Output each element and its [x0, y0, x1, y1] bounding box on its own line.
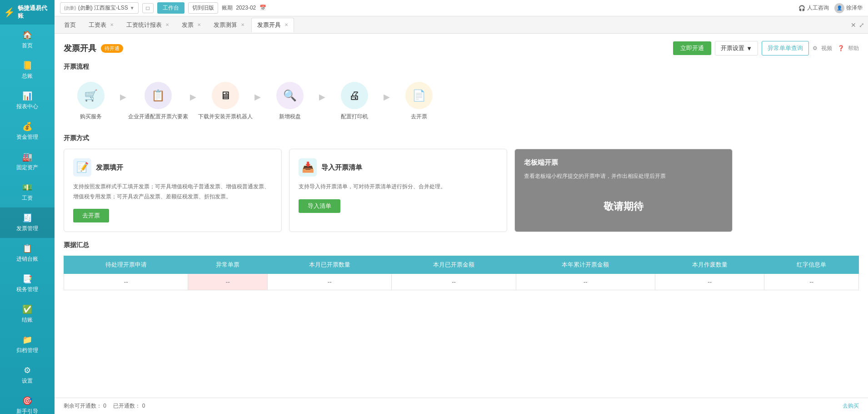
tab-close-invoice-calc[interactable]: ✕ [241, 22, 244, 27]
sidebar-item-salary[interactable]: 💵工资 [0, 177, 55, 207]
sidebar-item-general-ledger[interactable]: 📒总账 [0, 55, 55, 86]
flow-step-label-enterprise-setup: 企业开通配置开票六要素 [128, 113, 188, 121]
remaining-label: 剩余可开通数： [64, 403, 102, 409]
tab-label-salary-report: 工资统计报表 [126, 21, 162, 29]
home-icon: 🏠 [22, 30, 32, 40]
sidebar-item-capital[interactable]: 💰资金管理 [0, 116, 55, 146]
topbar-right: 🎧 人工咨询 👤 徐泽华 [798, 3, 863, 13]
sidebar-item-invoice-mgmt[interactable]: 🧾发票管理 [0, 207, 55, 238]
flow-step-enterprise-setup[interactable]: 📋 企业开通配置开票六要素 [128, 82, 188, 121]
sidebar-item-home[interactable]: 🏠首页 [0, 25, 55, 55]
flow-step-icon-issue-invoice: 📄 [405, 82, 433, 109]
sidebar-item-sales[interactable]: 📋进销台账 [0, 238, 55, 268]
newbie-icon: 🎯 [22, 396, 32, 406]
sidebar-item-tax[interactable]: 📑税务管理 [0, 268, 55, 299]
summary-col-4: 本年累计开票金额 [516, 256, 655, 274]
sidebar-label-invoice-mgmt: 发票管理 [16, 225, 38, 232]
tab-salary-report[interactable]: 工资统计报表✕ [120, 18, 175, 32]
close-tab-icon[interactable]: ✕ [851, 21, 856, 29]
flow-step-add-tax-disk[interactable]: 🔍 新增税盘 [263, 82, 317, 121]
sidebar-label-capital: 资金管理 [16, 133, 38, 141]
open-settings-button[interactable]: 开票设置 ▼ [715, 41, 758, 56]
tab-invoice[interactable]: 发票✕ [176, 18, 207, 32]
page-header: 发票开具 待开通 立即开通 开票设置 ▼ 异常单单查询 ⚙ 视频 ❓ 帮助 [64, 41, 859, 56]
sidebar-label-tax: 税务管理 [16, 286, 38, 293]
maximize-icon[interactable]: ⤢ [859, 21, 864, 29]
help-area: ⚙ 视频 ❓ 帮助 [813, 45, 859, 52]
period-value: 2023-02 [236, 5, 256, 11]
status-badge: 待开通 [101, 44, 123, 53]
flow-arrow-3: ▶ [319, 92, 325, 102]
tab-salary[interactable]: 工资表✕ [83, 18, 120, 32]
sidebar-label-newbie: 新手引导 [16, 408, 38, 414]
fixed-assets-icon: 🏭 [22, 152, 32, 162]
summary-table: 待处理开票申请异常单票本月已开票数量本月已开票金额本年累计开票金额本月作废数量红… [64, 256, 859, 290]
tab-label-salary: 工资表 [89, 21, 106, 29]
tab-label-invoice-calc: 发票测算 [214, 21, 237, 29]
tab-close-invoice[interactable]: ✕ [197, 22, 201, 27]
tabbar: 首页工资表✕工资统计报表✕发票✕发票测算✕发票开具✕ ✕ ⤢ [55, 16, 868, 34]
flow-step-download-robot[interactable]: 🖥 下载并安装开票机器人 [198, 82, 253, 121]
tab-close-salary-report[interactable]: ✕ [165, 22, 169, 27]
sidebar-item-fixed-assets[interactable]: 🏭固定资产 [0, 146, 55, 177]
sidebar-label-salary: 工资 [22, 194, 33, 202]
summary-val-4: -- [516, 274, 655, 290]
sidebar-label-fixed-assets: 固定资产 [16, 164, 38, 172]
copy-button[interactable]: □ [142, 3, 154, 13]
topbar: (勿删) (勿删) 江西服宝-LSS ▼ □ 工作台 切到旧版 账期 2023-… [55, 0, 868, 16]
old-version-button[interactable]: 切到旧版 [188, 2, 218, 14]
workstation-button[interactable]: 工作台 [157, 2, 185, 14]
sidebar-label-archive: 归档管理 [16, 347, 38, 354]
buy-link[interactable]: 去购买 [843, 402, 859, 410]
settings-icon: ⚙ [24, 365, 31, 375]
user-avatar: 👤 [834, 3, 844, 13]
tab-home[interactable]: 首页 [58, 18, 82, 32]
flow-step-icon-download-robot: 🖥 [212, 82, 239, 109]
opened-value: 0 [142, 403, 145, 409]
tab-invoice-calc[interactable]: 发票测算✕ [208, 18, 250, 32]
tab-label-home: 首页 [64, 21, 76, 29]
summary-col-5: 本月作废数量 [655, 256, 764, 274]
sidebar-label-general-ledger: 总账 [22, 72, 33, 80]
flow-step-label-config-printer: 配置打印机 [341, 113, 368, 121]
flow-arrow-4: ▶ [384, 92, 390, 102]
archive-icon: 📁 [22, 335, 32, 345]
flow-steps: 🛒 购买服务 ▶ 📋 企业开通配置开票六要素 ▶ 🖥 下载并安装开票机器人 ▶ … [64, 77, 859, 125]
content-area: 发票开具 待开通 立即开通 开票设置 ▼ 异常单单查询 ⚙ 视频 ❓ 帮助 [55, 34, 868, 398]
sidebar-item-checkout[interactable]: ✅结账 [0, 299, 55, 329]
sidebar-item-newbie[interactable]: 🎯新手引导 [0, 390, 55, 414]
tab-close-salary[interactable]: ✕ [110, 22, 114, 27]
calendar-icon[interactable]: 📅 [259, 5, 266, 11]
abnormal-query-button[interactable]: 异常单单查询 [762, 41, 809, 56]
video-icon: ⚙ [813, 45, 818, 51]
flow-step-buy-service[interactable]: 🛒 购买服务 [64, 82, 118, 121]
sidebar: ⚡ 畅捷通易代账 🏠首页📒总账📊报表中心💰资金管理🏭固定资产💵工资🧾发票管理📋进… [0, 0, 55, 414]
sidebar-item-archive[interactable]: 📁归档管理 [0, 329, 55, 360]
flow-step-label-add-tax-disk: 新增税盘 [279, 113, 301, 121]
summary-col-3: 本月已开票金额 [392, 256, 516, 274]
import-list-button[interactable]: 导入清单 [299, 199, 340, 213]
user-area[interactable]: 👤 徐泽华 [834, 3, 863, 13]
open-now-button[interactable]: 立即开通 [673, 41, 711, 55]
flow-step-config-printer[interactable]: 🖨 配置打印机 [327, 82, 382, 121]
company-selector[interactable]: (勿删) (勿删) 江西服宝-LSS ▼ [60, 2, 139, 14]
coming-soon: 敬请期待 [524, 200, 723, 213]
app-logo[interactable]: ⚡ 畅捷通易代账 [0, 0, 55, 25]
method-section-title: 开票方式 [64, 134, 859, 142]
flow-step-label-buy-service: 购买服务 [80, 113, 102, 121]
flow-step-label-download-robot: 下载并安装开票机器人 [198, 113, 253, 121]
import-title: 导入开票清单 [321, 163, 362, 172]
help-button[interactable]: 🎧 人工咨询 [798, 4, 829, 12]
tab-invoice-tool[interactable]: 发票开具✕ [251, 18, 294, 32]
flow-step-issue-invoice[interactable]: 📄 去开票 [392, 82, 446, 121]
company-name: (勿删) 江西服宝-LSS [78, 4, 128, 12]
checkout-icon: ✅ [22, 304, 32, 314]
summary-val-3: -- [392, 274, 516, 290]
sidebar-item-settings[interactable]: ⚙设置 [0, 360, 55, 390]
go-issue-button[interactable]: 去开票 [73, 209, 109, 222]
sidebar-item-reports[interactable]: 📊报表中心 [0, 86, 55, 116]
footer-left: 剩余可开通数： 0 已开通数： 0 [64, 402, 145, 410]
flow-arrow-1: ▶ [190, 92, 196, 102]
sidebar-label-settings: 设置 [22, 377, 33, 385]
tab-close-invoice-tool[interactable]: ✕ [284, 22, 288, 27]
